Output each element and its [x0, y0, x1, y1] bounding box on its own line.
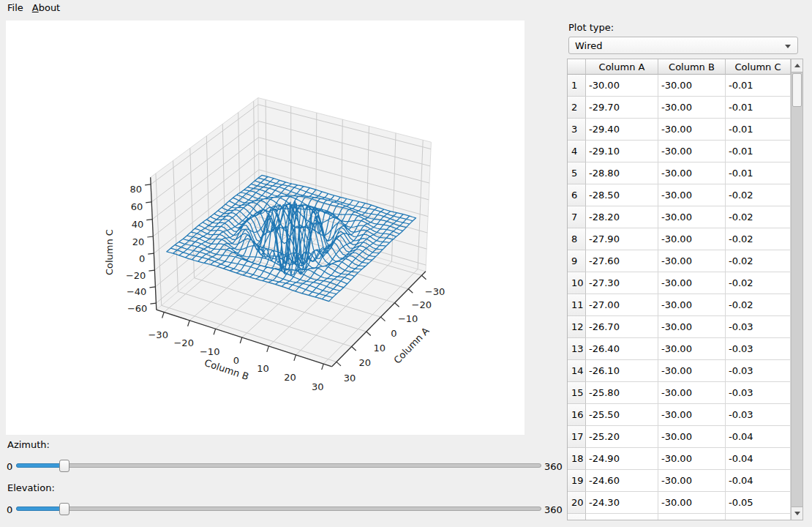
slider-handle[interactable] — [59, 503, 69, 515]
row-number[interactable]: 9 — [568, 250, 586, 272]
row-number[interactable]: 8 — [568, 228, 586, 250]
row-number[interactable]: 2 — [568, 97, 586, 119]
row-number[interactable]: 12 — [568, 316, 586, 338]
slider-handle[interactable] — [59, 460, 69, 472]
table-cell[interactable]: -30.00 — [658, 97, 726, 119]
table-cell[interactable]: -24.30 — [586, 492, 658, 514]
table-cell[interactable]: -0.01 — [726, 162, 791, 184]
row-number[interactable]: 18 — [568, 448, 586, 470]
slider-groove[interactable] — [16, 507, 541, 511]
table-cell[interactable]: -0.04 — [726, 426, 791, 448]
elevation-slider[interactable] — [16, 503, 541, 515]
row-number[interactable]: 16 — [568, 404, 586, 426]
row-number[interactable]: 5 — [568, 162, 586, 184]
table-cell[interactable]: -27.00 — [586, 294, 658, 316]
table-cell[interactable]: -30.00 — [658, 184, 726, 206]
row-number[interactable] — [568, 514, 586, 520]
table-scrollbar[interactable] — [791, 59, 802, 520]
table-cell[interactable]: -0.03 — [726, 360, 791, 382]
table-cell[interactable]: -24.60 — [586, 470, 658, 492]
row-number[interactable]: 11 — [568, 294, 586, 316]
row-number[interactable]: 13 — [568, 338, 586, 360]
table-cell[interactable]: -30.00 — [658, 404, 726, 426]
table-cell[interactable]: -26.70 — [586, 316, 658, 338]
scrollbar-thumb[interactable] — [792, 73, 802, 107]
table-cell[interactable]: -0.02 — [726, 228, 791, 250]
plot-type-select[interactable]: Wired — [568, 37, 798, 54]
row-number[interactable]: 14 — [568, 360, 586, 382]
column-header-b[interactable]: Column B — [658, 59, 726, 75]
table-cell[interactable]: -0.03 — [726, 316, 791, 338]
table-cell[interactable]: -0.03 — [726, 338, 791, 360]
azimuth-slider[interactable] — [16, 460, 541, 472]
scroll-up-button[interactable] — [792, 59, 802, 72]
table-cell[interactable]: -26.10 — [586, 360, 658, 382]
table-cell[interactable]: -30.00 — [658, 119, 726, 141]
table-cell[interactable]: -0.02 — [726, 250, 791, 272]
table-cell[interactable] — [726, 514, 791, 520]
row-number[interactable]: 6 — [568, 184, 586, 206]
table-cell[interactable]: -30.00 — [658, 426, 726, 448]
table-cell[interactable]: -27.30 — [586, 272, 658, 294]
table-cell[interactable]: -30.00 — [658, 75, 726, 97]
table-cell[interactable]: -30.00 — [658, 294, 726, 316]
slider-groove[interactable] — [16, 463, 541, 468]
table-cell[interactable]: -0.05 — [726, 492, 791, 514]
row-number[interactable]: 17 — [568, 426, 586, 448]
table-cell[interactable]: -0.01 — [726, 141, 791, 162]
table-cell[interactable]: -29.40 — [586, 119, 658, 141]
column-header-c[interactable]: Column C — [726, 59, 791, 75]
table-cell[interactable]: -25.20 — [586, 426, 658, 448]
table-cell[interactable]: -0.02 — [726, 206, 791, 228]
table-cell[interactable]: -0.01 — [726, 119, 791, 141]
scroll-down-button[interactable] — [792, 507, 802, 520]
table-cell[interactable]: -25.80 — [586, 382, 658, 404]
row-number[interactable]: 4 — [568, 141, 586, 162]
table-cell[interactable]: -30.00 — [658, 316, 726, 338]
row-number[interactable]: 3 — [568, 119, 586, 141]
table-cell[interactable]: -27.90 — [586, 228, 658, 250]
table-cell[interactable]: -30.00 — [658, 382, 726, 404]
table-cell[interactable]: -0.01 — [726, 75, 791, 97]
table-cell[interactable]: -30.00 — [658, 470, 726, 492]
table-cell[interactable]: -30.00 — [658, 250, 726, 272]
row-number[interactable]: 7 — [568, 206, 586, 228]
row-number[interactable]: 15 — [568, 382, 586, 404]
table-cell[interactable]: -30.00 — [658, 141, 726, 162]
table-cell[interactable]: -29.10 — [586, 141, 658, 162]
table-cell[interactable]: -30.00 — [658, 206, 726, 228]
table-cell[interactable]: -30.00 — [658, 272, 726, 294]
table-cell[interactable]: -28.50 — [586, 184, 658, 206]
menu-item-file[interactable]: File — [3, 1, 28, 15]
table-cell[interactable]: -0.01 — [726, 97, 791, 119]
table-cell[interactable]: -30.00 — [658, 448, 726, 470]
row-number[interactable]: 10 — [568, 272, 586, 294]
table-cell[interactable]: -0.04 — [726, 448, 791, 470]
menu-item-about[interactable]: About — [28, 1, 64, 15]
table-cell[interactable]: -30.00 — [586, 75, 658, 97]
table-cell[interactable]: -26.40 — [586, 338, 658, 360]
table-cell[interactable]: -29.70 — [586, 97, 658, 119]
table-corner-header[interactable] — [568, 59, 586, 75]
table-cell[interactable]: -0.02 — [726, 294, 791, 316]
table-cell[interactable]: -30.00 — [658, 162, 726, 184]
table-cell[interactable]: -30.00 — [658, 360, 726, 382]
table-cell[interactable]: -25.50 — [586, 404, 658, 426]
table-cell[interactable]: -30.00 — [658, 228, 726, 250]
plot-canvas[interactable]: −30−20−100102030−30−20−10010203080604020… — [6, 20, 525, 435]
table-cell[interactable]: -0.02 — [726, 184, 791, 206]
table-cell[interactable]: -24.90 — [586, 448, 658, 470]
table-cell[interactable]: -0.03 — [726, 382, 791, 404]
table-cell[interactable]: -30.00 — [658, 492, 726, 514]
row-number[interactable]: 20 — [568, 492, 586, 514]
table-cell[interactable] — [586, 514, 658, 520]
table-cell[interactable]: -0.04 — [726, 470, 791, 492]
row-number[interactable]: 1 — [568, 75, 586, 97]
table-cell[interactable]: -0.02 — [726, 272, 791, 294]
table-cell[interactable]: -27.60 — [586, 250, 658, 272]
table-cell[interactable]: -28.80 — [586, 162, 658, 184]
column-header-a[interactable]: Column A — [586, 59, 658, 75]
row-number[interactable]: 19 — [568, 470, 586, 492]
table-cell[interactable]: -0.03 — [726, 404, 791, 426]
table-cell[interactable] — [658, 514, 726, 520]
